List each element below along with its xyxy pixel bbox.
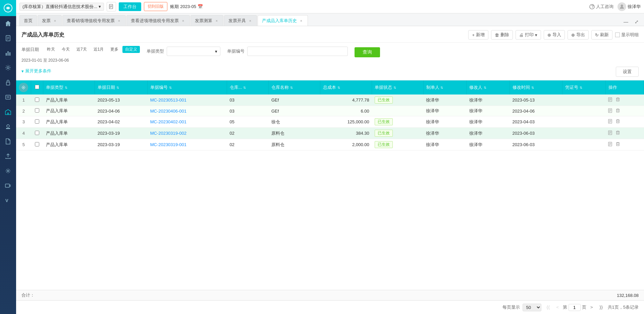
sidebar-item-docs[interactable] bbox=[0, 31, 16, 46]
page-size-select[interactable]: 50 10 20 100 bbox=[523, 304, 541, 311]
settings-col-header[interactable] bbox=[16, 80, 31, 95]
tab-invoice-issue[interactable]: 发票开具 × bbox=[224, 15, 257, 26]
row-doc-no-3[interactable]: MC-20230319-002 bbox=[148, 128, 227, 139]
date-yesterday-btn[interactable]: 昨天 bbox=[44, 46, 58, 53]
checkbox-col-header[interactable] bbox=[31, 80, 43, 95]
tab-home[interactable]: 首页 bbox=[19, 15, 37, 26]
new-button[interactable]: + + 新增 新增 bbox=[468, 30, 488, 40]
doc-status-col-header[interactable]: 单据状态 ⇅ bbox=[372, 80, 423, 95]
sidebar-item-lock[interactable] bbox=[0, 75, 16, 90]
row-delete-icon-1[interactable] bbox=[615, 108, 620, 114]
sidebar-item-stamp[interactable] bbox=[0, 119, 16, 134]
refresh-button[interactable]: ↻ 刷新 bbox=[591, 30, 612, 40]
page-input-group: 第 页 bbox=[563, 304, 586, 311]
doc-type-select[interactable]: ▾ bbox=[167, 47, 220, 56]
tab-purchase-vat[interactable]: 查看进项增值税专用发票 × bbox=[126, 15, 190, 26]
select-all-checkbox[interactable] bbox=[35, 85, 39, 89]
row-checkbox-0[interactable] bbox=[31, 95, 43, 106]
tab-product-history-close[interactable]: × bbox=[299, 18, 304, 23]
modify-time-col-header[interactable]: 修改时间 ⇅ bbox=[510, 80, 562, 95]
date-today-btn[interactable]: 今天 bbox=[59, 46, 72, 53]
creator-col-header[interactable]: 制单人 ⇅ bbox=[423, 80, 467, 95]
row-doc-no-1[interactable]: MC-20230406-001 bbox=[148, 106, 227, 116]
row-edit-icon-2[interactable] bbox=[608, 119, 613, 125]
tab-purchase-vat-close[interactable]: × bbox=[181, 18, 185, 23]
sidebar-item-video[interactable] bbox=[0, 178, 16, 193]
row-checkbox-2[interactable] bbox=[31, 116, 43, 128]
row-doc-no-2[interactable]: MC-20230402-001 bbox=[148, 116, 227, 128]
period-calendar-icon[interactable]: 📅 bbox=[198, 4, 203, 9]
date-more-btn[interactable]: 更多 bbox=[108, 46, 121, 53]
last-page-button[interactable]: ⟩⟩ bbox=[597, 303, 605, 311]
row-delete-icon-0[interactable] bbox=[615, 97, 620, 103]
tab-sales-vat[interactable]: 查看销项增值税专用发票 × bbox=[62, 15, 126, 26]
sidebar-item-gear[interactable] bbox=[0, 164, 16, 178]
query-button[interactable]: 查询 bbox=[355, 47, 380, 57]
first-page-button[interactable]: ⟨⟨ bbox=[544, 303, 552, 311]
sidebar-item-chart[interactable] bbox=[0, 46, 16, 60]
row-edit-icon-3[interactable] bbox=[608, 130, 613, 136]
tab-invoice-calc-close[interactable]: × bbox=[214, 18, 219, 23]
date-7days-btn[interactable]: 近7天 bbox=[74, 46, 90, 53]
user-menu[interactable]: 徐泽华 bbox=[618, 2, 641, 11]
row-doc-type-4: 产品入库单 bbox=[43, 139, 95, 150]
row-doc-no-0[interactable]: MC-20230513-001 bbox=[148, 95, 227, 106]
sidebar-item-warehouse[interactable] bbox=[0, 105, 16, 119]
row-edit-icon-4[interactable] bbox=[608, 142, 613, 147]
delete-button[interactable]: 🗑 删除 bbox=[491, 30, 513, 40]
export-button[interactable]: ⊕ 导出 bbox=[568, 30, 589, 40]
date-custom-btn[interactable]: 自定义 bbox=[122, 46, 140, 53]
row-delete-icon-4[interactable] bbox=[615, 142, 620, 147]
tab-invoice[interactable]: 发票 × bbox=[38, 15, 62, 26]
column-settings-icon[interactable] bbox=[19, 83, 28, 92]
sidebar-item-settings[interactable] bbox=[0, 60, 16, 75]
sidebar-item-invoice[interactable] bbox=[0, 90, 16, 105]
prev-page-button[interactable]: ＜ bbox=[553, 303, 561, 311]
row-edit-icon-1[interactable] bbox=[608, 108, 613, 114]
row-checkbox-4[interactable] bbox=[31, 139, 43, 150]
sidebar-item-home[interactable] bbox=[0, 16, 16, 31]
company-selector[interactable]: (库存核算）直播轻抖通信息技术股份... ▾ bbox=[19, 3, 104, 11]
expand-conditions-button[interactable]: ▾ 展开更多条件 bbox=[21, 68, 51, 74]
doc-icon-button[interactable] bbox=[107, 2, 116, 11]
voucher-no-col-header[interactable]: 凭证号 ⇅ bbox=[562, 80, 606, 95]
sidebar-item-vip[interactable]: V bbox=[0, 193, 16, 208]
help-button[interactable]: ? 人工咨询 bbox=[589, 4, 613, 10]
date-1month-btn[interactable]: 近1月 bbox=[91, 46, 107, 53]
workbench-button[interactable]: 工作台 bbox=[119, 2, 141, 11]
tabs-minimize-button[interactable]: — bbox=[622, 18, 630, 26]
sidebar-item-upload[interactable] bbox=[0, 149, 16, 164]
row-actions-1 bbox=[605, 106, 644, 116]
row-checkbox-1[interactable] bbox=[31, 106, 43, 116]
display-detail-toggle[interactable]: 显示明细 bbox=[615, 32, 639, 38]
app-logo[interactable] bbox=[0, 0, 16, 16]
doc-date-col-header[interactable]: 单据日期 ⇅ bbox=[95, 80, 148, 95]
total-cost-col-header[interactable]: 总成本 ⇅ bbox=[320, 80, 372, 95]
row-delete-icon-2[interactable] bbox=[615, 119, 620, 125]
modifier-col-header[interactable]: 修改人 ⇅ bbox=[467, 80, 510, 95]
page-number-input[interactable] bbox=[569, 304, 581, 311]
page-header: 产成品入库单历史 + + 新增 新增 🗑 删除 🖨 打印 ▾ ⊕ bbox=[16, 26, 644, 43]
row-modifier-4: 徐泽华 bbox=[467, 139, 510, 150]
next-page-button[interactable]: ＞ bbox=[588, 303, 596, 311]
row-checkbox-3[interactable] bbox=[31, 128, 43, 139]
switch-version-button[interactable]: 切到旧版 bbox=[144, 2, 167, 11]
set-button[interactable]: 设置 bbox=[616, 67, 639, 77]
tab-sales-vat-close[interactable]: × bbox=[117, 18, 121, 23]
row-edit-icon-0[interactable] bbox=[608, 97, 613, 103]
warehouse-code-col-header[interactable]: 仓库... ⇅ bbox=[227, 80, 269, 95]
import-button[interactable]: ⊕ 导入 bbox=[544, 30, 565, 40]
doc-no-col-header[interactable]: 单据编号 ⇅ bbox=[148, 80, 227, 95]
tab-invoice-issue-close[interactable]: × bbox=[248, 18, 253, 23]
sidebar-item-report[interactable] bbox=[0, 134, 16, 149]
tabs-maximize-button[interactable]: ⤢ bbox=[633, 18, 641, 26]
warehouse-name-col-header[interactable]: 仓库名称 ⇅ bbox=[269, 80, 320, 95]
tab-invoice-close[interactable]: × bbox=[53, 18, 57, 23]
doc-no-input[interactable] bbox=[247, 47, 348, 56]
print-button[interactable]: 🖨 打印 ▾ bbox=[516, 30, 541, 40]
tab-product-history[interactable]: 产成品入库单历史 × bbox=[258, 15, 308, 26]
tab-invoice-calc[interactable]: 发票测算 × bbox=[191, 15, 223, 26]
doc-type-col-header[interactable]: 单据类型 ⇅ bbox=[43, 80, 95, 95]
row-delete-icon-3[interactable] bbox=[615, 130, 620, 136]
row-doc-no-4[interactable]: MC-20230319-001 bbox=[148, 139, 227, 150]
